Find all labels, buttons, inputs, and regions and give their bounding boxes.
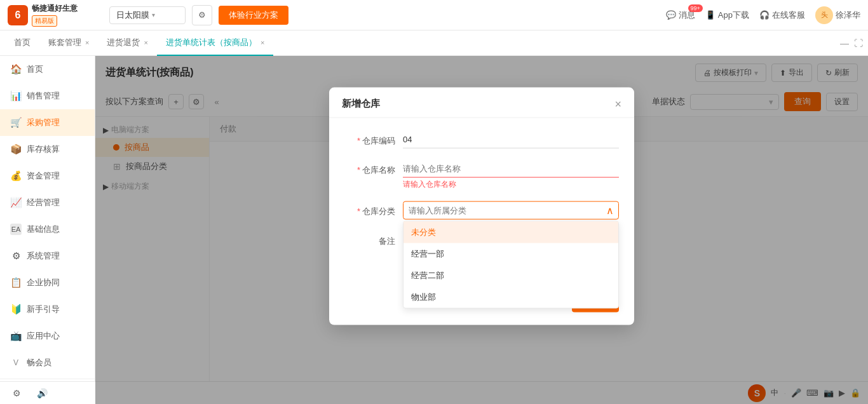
logo-icon: 6 [8, 5, 28, 25]
app-download-btn[interactable]: 📱 App下载 [705, 10, 749, 21]
bottom-left: ⚙ 🔊 [8, 384, 51, 402]
dialog-title: 新增仓库 [342, 98, 380, 110]
dialog-close-button[interactable]: × [614, 98, 621, 109]
sidebar-item-sales[interactable]: 📊 销售管理 [0, 83, 95, 109]
dropdown-item-2[interactable]: 经营二部 [403, 265, 618, 286]
tab-actions: — ⛶ [840, 38, 863, 48]
main-layout: 🏠 首页 📊 销售管理 🛒 采购管理 📦 库存核算 💰 资金管理 📈 经营管理 … [0, 56, 868, 404]
home-icon: 🏠 [10, 64, 22, 75]
sales-icon: 📊 [10, 90, 22, 102]
guide-icon: 🔰 [10, 304, 22, 315]
tab-account-label: 账套管理 [48, 37, 81, 48]
store-selector[interactable]: 日太阳膜 ▾ [109, 6, 186, 24]
sidebar-item-finance[interactable]: 💰 资金管理 [0, 163, 95, 189]
sidebar-item-operations-label: 经营管理 [27, 197, 60, 208]
code-control [403, 131, 619, 149]
enterprise-icon: 📋 [10, 277, 22, 288]
sidebar-item-app-center[interactable]: 📺 应用中心 [0, 323, 95, 349]
sidebar-item-member[interactable]: V 畅会员 [0, 349, 95, 376]
dropdown-item-3[interactable]: 物业部 [403, 286, 618, 308]
system-icon: ⚙ [10, 250, 22, 262]
finance-icon: 💰 [10, 170, 22, 182]
tab-home[interactable]: 首页 [5, 30, 39, 56]
tab-account-close[interactable]: × [85, 39, 89, 46]
category-arrow-icon[interactable]: ∧ [606, 205, 614, 217]
remark-label: 备注 [344, 231, 395, 247]
name-input[interactable] [403, 160, 619, 178]
dialog-body: 仓库编码 仓库名称 请输入仓库名称 仓库分类 [329, 118, 634, 285]
user-menu-btn[interactable]: 头 徐泽华 [815, 6, 860, 24]
logo-area: 6 畅捷通好生意 精易版 [8, 3, 103, 27]
basic-info-icon: EA [10, 224, 22, 235]
store-dropdown-arrow: ▾ [152, 11, 155, 18]
code-input[interactable] [403, 131, 619, 149]
tab-account[interactable]: 账套管理 × [39, 30, 98, 56]
volume-icon-bottom[interactable]: 🔊 [33, 384, 51, 402]
tab-purchase-return[interactable]: 进货退货 × [98, 30, 156, 56]
category-label: 仓库分类 [344, 201, 395, 217]
code-form-row: 仓库编码 [344, 131, 619, 149]
purchase-icon: 🛒 [10, 117, 22, 128]
sidebar-item-guide[interactable]: 🔰 新手引导 [0, 296, 95, 323]
sidebar-item-home[interactable]: 🏠 首页 [0, 56, 95, 83]
inventory-icon: 📦 [10, 144, 22, 155]
name-form-row: 仓库名称 请输入仓库名称 [344, 160, 619, 190]
top-bar: 6 畅捷通好生意 精易版 日太阳膜 ▾ ⚙ 体验行业方案 💬 消息 99+ 📱 … [0, 0, 868, 30]
sidebar-item-app-center-label: 应用中心 [27, 330, 60, 342]
message-badge: 99+ [688, 4, 703, 12]
tab-purchase-stats[interactable]: 进货单统计表（按商品） × [157, 30, 273, 56]
logo-badge: 精易版 [32, 15, 57, 27]
settings-icon-bottom[interactable]: ⚙ [8, 384, 25, 402]
message-icon: 💬 [666, 10, 676, 20]
dropdown-item-0[interactable]: 未分类 [403, 222, 618, 243]
tab-minimize-icon[interactable]: — [840, 38, 849, 48]
app-label: App下载 [718, 10, 749, 21]
tab-purchase-return-label: 进货退货 [107, 37, 140, 48]
top-right-actions: 💬 消息 99+ 📱 App下载 🎧 在线客服 头 徐泽华 [666, 6, 860, 24]
new-warehouse-dialog: 新增仓库 × 仓库编码 仓库名称 请输入仓库名称 [329, 88, 634, 325]
sidebar-item-basic-info-label: 基础信息 [27, 224, 60, 235]
gear-icon: ⚙ [198, 10, 206, 20]
sidebar-item-inventory[interactable]: 📦 库存核算 [0, 136, 95, 163]
online-service-btn[interactable]: 🎧 在线客服 [759, 10, 805, 21]
sidebar-item-home-label: 首页 [27, 64, 43, 75]
username: 徐泽华 [836, 10, 860, 21]
tab-bar: 首页 账套管理 × 进货退货 × 进货单统计表（按商品） × — ⛶ [0, 30, 868, 56]
dropdown-item-1[interactable]: 经营一部 [403, 243, 618, 265]
sidebar-item-system-label: 系统管理 [27, 250, 60, 262]
name-error-msg: 请输入仓库名称 [403, 179, 619, 190]
member-icon: V [10, 357, 22, 368]
dialog-header: 新增仓库 × [329, 88, 634, 118]
tab-purchase-return-close[interactable]: × [144, 39, 147, 46]
sidebar-item-enterprise-label: 企业协同 [27, 277, 60, 288]
try-industry-button[interactable]: 体验行业方案 [219, 6, 288, 25]
tab-purchase-stats-label: 进货单统计表（按商品） [166, 37, 257, 48]
sidebar-item-member-label: 畅会员 [27, 357, 51, 368]
sidebar-item-enterprise[interactable]: 📋 企业协同 [0, 269, 95, 296]
app-center-icon: 📺 [10, 330, 22, 342]
sidebar-item-sales-label: 销售管理 [27, 90, 60, 102]
sidebar-item-purchase[interactable]: 🛒 采购管理 [0, 109, 95, 136]
name-control: 请输入仓库名称 [403, 160, 619, 190]
category-input[interactable] [403, 201, 619, 220]
mobile-icon: 📱 [705, 10, 715, 20]
sidebar-item-operations[interactable]: 📈 经营管理 [0, 189, 95, 216]
name-label: 仓库名称 [344, 160, 395, 176]
tab-purchase-stats-close[interactable]: × [261, 39, 264, 46]
service-label: 在线客服 [772, 10, 805, 21]
code-label: 仓库编码 [344, 131, 395, 147]
message-btn[interactable]: 💬 消息 99+ [666, 10, 695, 21]
avatar: 头 [815, 6, 833, 24]
sidebar-item-basic-info[interactable]: EA 基础信息 [0, 216, 95, 243]
gear-button[interactable]: ⚙ [192, 5, 212, 25]
sidebar-item-finance-label: 资金管理 [27, 170, 60, 182]
sidebar: 🏠 首页 📊 销售管理 🛒 采购管理 📦 库存核算 💰 资金管理 📈 经营管理 … [0, 56, 95, 404]
category-dropdown: 未分类 经营一部 经营二部 物业部 [403, 221, 619, 309]
tab-expand-icon[interactable]: ⛶ [854, 38, 863, 48]
headset-icon: 🎧 [759, 10, 770, 20]
tab-home-label: 首页 [14, 37, 31, 48]
sidebar-item-inventory-label: 库存核算 [27, 144, 60, 155]
sidebar-item-system[interactable]: ⚙ 系统管理 [0, 243, 95, 269]
category-input-wrap: ∧ [403, 201, 619, 220]
logo-text: 畅捷通好生意 [32, 3, 78, 14]
